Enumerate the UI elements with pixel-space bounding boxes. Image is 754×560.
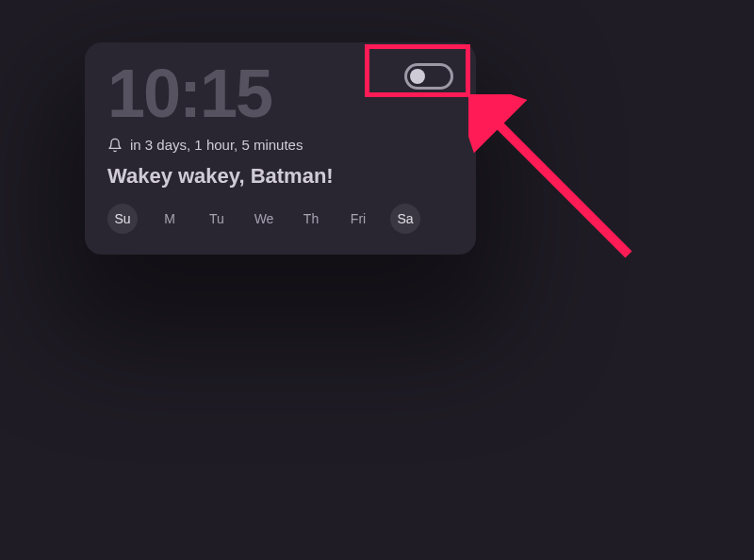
countdown-row: in 3 days, 1 hour, 5 minutes (107, 137, 453, 153)
svg-line-1 (487, 113, 629, 255)
alarm-card: 10:15 in 3 days, 1 hour, 5 minutes Wakey… (85, 42, 476, 255)
day-toggle[interactable]: Fri (343, 204, 373, 234)
day-toggle[interactable]: M (155, 204, 185, 234)
alarm-enable-toggle[interactable] (404, 63, 453, 90)
annotation-arrow (468, 94, 657, 283)
day-toggle[interactable]: Th (296, 204, 326, 234)
day-toggle[interactable]: Tu (202, 204, 232, 234)
days-row: SuMTuWeThFriSa (107, 204, 453, 234)
countdown-text: in 3 days, 1 hour, 5 minutes (130, 137, 303, 153)
bell-icon (107, 138, 123, 153)
day-toggle[interactable]: Sa (390, 204, 420, 234)
alarm-time[interactable]: 10:15 (107, 59, 271, 127)
day-toggle[interactable]: We (249, 204, 279, 234)
card-header: 10:15 (107, 59, 453, 127)
day-toggle[interactable]: Su (107, 204, 138, 234)
toggle-knob (410, 69, 425, 84)
alarm-title[interactable]: Wakey wakey, Batman! (107, 164, 453, 189)
